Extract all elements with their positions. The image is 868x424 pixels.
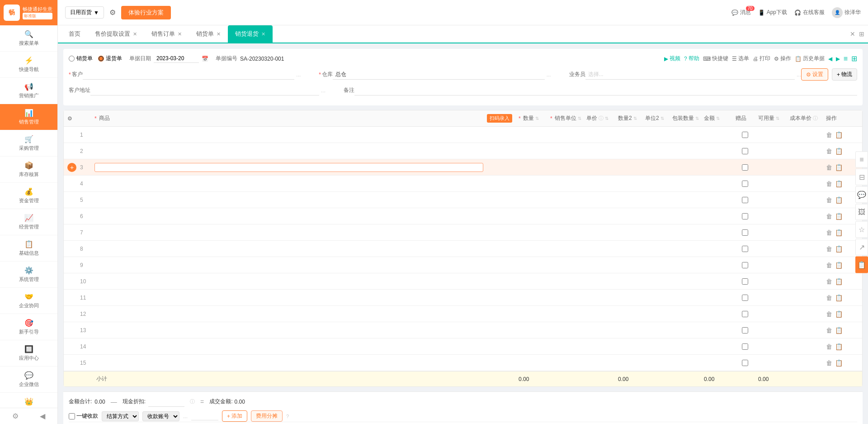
tab-close-sales-order[interactable]: ✕ xyxy=(178,31,182,37)
address-input[interactable] xyxy=(90,85,319,95)
tab-delivery[interactable]: 销货单 ✕ xyxy=(189,25,228,43)
radio-delivery-input[interactable] xyxy=(69,56,75,62)
date-input[interactable] xyxy=(154,54,199,63)
operate-btn[interactable]: ⚙ 操作 xyxy=(774,55,791,62)
tab-close-price-settings[interactable]: ✕ xyxy=(133,31,137,37)
gift-checkbox-10[interactable] xyxy=(742,278,748,285)
gift-checkbox-5[interactable] xyxy=(742,197,748,203)
radio-delivery[interactable]: 销货单 xyxy=(69,55,93,62)
gift-checkbox-4[interactable] xyxy=(742,181,748,187)
float-btn-7[interactable]: 📋 xyxy=(855,256,868,273)
next-record-btn[interactable]: ▶ xyxy=(836,56,840,62)
copy-row-2-icon[interactable]: 📋 xyxy=(835,148,843,155)
add-payment-btn[interactable]: + 添加 xyxy=(222,410,247,422)
sidebar-item-system[interactable]: ⚙️ 系统管理 xyxy=(0,262,57,288)
copy-row-5-icon[interactable]: 📋 xyxy=(835,196,843,204)
customer-input[interactable] xyxy=(83,69,295,80)
calc-method-select[interactable]: 结算方式 xyxy=(102,411,139,421)
delete-row-9-icon[interactable]: 🗑 xyxy=(826,262,832,269)
industry-select[interactable]: 日用百货 ▼ xyxy=(65,6,104,19)
view-toggle-list[interactable]: ≡ xyxy=(844,55,848,63)
delete-row-12-icon[interactable]: 🗑 xyxy=(826,310,832,318)
copy-row-4-icon[interactable]: 📋 xyxy=(835,180,843,187)
fee-split-btn[interactable]: 费用分摊 xyxy=(251,410,283,422)
calendar-icon[interactable]: 📅 xyxy=(202,56,208,62)
logistics-btn[interactable]: + 物流 xyxy=(832,68,857,81)
tab-home[interactable]: 首页 xyxy=(61,25,88,43)
gift-checkbox-3[interactable] xyxy=(742,164,748,171)
copy-row-12-icon[interactable]: 📋 xyxy=(835,310,843,318)
sidebar-item-search[interactable]: 🔍 搜索菜单 xyxy=(0,25,57,52)
sidebar-item-marketing[interactable]: 📢 营销推广 xyxy=(0,78,57,104)
app-download-button[interactable]: 📱 App下载 xyxy=(758,9,787,16)
gift-checkbox-8[interactable] xyxy=(742,246,748,252)
copy-row-7-icon[interactable]: 📋 xyxy=(835,229,843,236)
scan-input-btn[interactable]: 扫码录入 xyxy=(487,114,512,123)
delete-row-15-icon[interactable]: 🗑 xyxy=(826,359,832,367)
one-click-pay-label[interactable]: 一键收款 xyxy=(69,412,98,420)
copy-row-9-icon[interactable]: 📋 xyxy=(835,262,843,269)
tab-sales-return[interactable]: 销货退货 ✕ xyxy=(228,25,273,43)
sidebar-item-apps[interactable]: 🔲 应用中心 xyxy=(0,340,57,367)
delete-row-6-icon[interactable]: 🗑 xyxy=(826,213,832,220)
gift-checkbox-15[interactable] xyxy=(742,360,748,366)
gift-checkbox-13[interactable] xyxy=(742,327,748,333)
delete-row-11-icon[interactable]: 🗑 xyxy=(826,294,832,301)
customer-dots-btn[interactable]: ... xyxy=(296,71,301,78)
gift-checkbox-2[interactable] xyxy=(742,148,748,154)
user-profile[interactable]: 👤 徐泽华 xyxy=(832,7,861,18)
copy-row-1-icon[interactable]: 📋 xyxy=(835,131,843,138)
topbar-settings-icon[interactable]: ⚙ xyxy=(109,8,116,17)
tab-close-sales-return[interactable]: ✕ xyxy=(261,31,265,37)
gift-checkbox-11[interactable] xyxy=(742,295,748,301)
float-btn-6[interactable]: ↗ xyxy=(855,238,868,255)
float-btn-3[interactable]: 💬 xyxy=(855,186,868,203)
gift-checkbox-12[interactable] xyxy=(742,311,748,317)
tab-price-settings[interactable]: 售价提取设置 ✕ xyxy=(88,25,144,43)
goods-input-3[interactable] xyxy=(94,163,483,172)
copy-row-3-icon[interactable]: 📋 xyxy=(835,164,843,171)
one-click-pay-checkbox[interactable] xyxy=(69,413,75,419)
staff-dots-btn[interactable]: ... xyxy=(797,71,801,78)
delete-row-5-icon[interactable]: 🗑 xyxy=(826,196,832,204)
delete-row-10-icon[interactable]: 🗑 xyxy=(826,278,832,285)
delete-row-4-icon[interactable]: 🗑 xyxy=(826,180,832,187)
copy-row-10-icon[interactable]: 📋 xyxy=(835,278,843,285)
sidebar-item-vip[interactable]: 👑 畅会员 xyxy=(0,393,57,408)
gift-checkbox-6[interactable] xyxy=(742,213,748,219)
select-btn[interactable]: ☰ 选单 xyxy=(732,55,749,62)
col-header-settings[interactable]: ⚙ xyxy=(66,112,78,125)
help-btn[interactable]: ? 帮助 xyxy=(684,55,699,62)
sidebar-item-weixin[interactable]: 💬 企业微信 xyxy=(0,367,57,393)
online-service-button[interactable]: 🎧 在线客服 xyxy=(794,9,825,16)
gift-checkbox-14[interactable] xyxy=(742,343,748,350)
sidebar-item-operations[interactable]: 📈 经营管理 xyxy=(0,209,57,235)
tab-close-delivery[interactable]: ✕ xyxy=(217,31,221,37)
close-tab-btn[interactable]: ✕ xyxy=(850,30,855,38)
sidebar-item-finance[interactable]: 💰 资金管理 xyxy=(0,183,57,209)
tab-sales-order[interactable]: 销售订单 ✕ xyxy=(144,25,189,43)
delete-row-3-icon[interactable]: 🗑 xyxy=(826,164,832,171)
settle-account-select[interactable]: 收款账号 xyxy=(142,411,179,421)
warehouse-dots-btn[interactable]: ... xyxy=(547,71,551,78)
sidebar-settings-btn[interactable]: ⚙ xyxy=(12,412,19,420)
print-btn[interactable]: 🖨 打印 xyxy=(753,55,770,62)
copy-row-6-icon[interactable]: 📋 xyxy=(835,213,843,220)
copy-row-8-icon[interactable]: 📋 xyxy=(835,245,843,252)
gift-checkbox-9[interactable] xyxy=(742,262,748,268)
sidebar-item-inventory[interactable]: 📦 库存核算 xyxy=(0,157,57,183)
amount-input[interactable] xyxy=(191,412,218,420)
remark-input[interactable] xyxy=(354,85,857,95)
warehouse-input[interactable] xyxy=(333,69,545,80)
message-button[interactable]: 💬 消息 70 xyxy=(731,9,751,16)
sidebar-item-purchase[interactable]: 🛒 采购管理 xyxy=(0,130,57,157)
experience-button[interactable]: 体验行业方案 xyxy=(121,6,171,19)
address-dots-btn[interactable]: ... xyxy=(321,87,326,94)
expand-tab-btn[interactable]: ⊞ xyxy=(859,30,864,38)
settings-btn[interactable]: ⚙ 设置 xyxy=(801,68,828,81)
delete-row-14-icon[interactable]: 🗑 xyxy=(826,343,832,350)
cash-discount-input[interactable] xyxy=(148,396,184,407)
prev-record-btn[interactable]: ◀ xyxy=(828,56,832,62)
add-row-btn[interactable]: + xyxy=(67,163,76,172)
copy-row-11-icon[interactable]: 📋 xyxy=(835,294,843,301)
